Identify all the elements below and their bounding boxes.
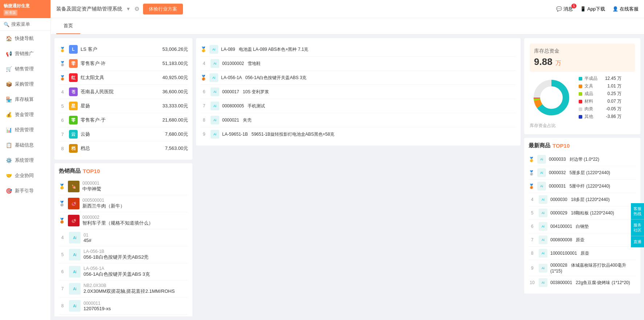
list-item: 8 Ai 0000021 夹壳 bbox=[200, 113, 516, 127]
center-panel: 🥇 Ai LA-089 电池盖 LA-089 ABS本色+黑种 7.1克 4 A… bbox=[196, 38, 521, 316]
sidebar-item-basic[interactable]: 📋 基础信息 bbox=[0, 138, 50, 153]
customer-amount: 53,006.26元 bbox=[162, 46, 188, 53]
basic-label: 基础信息 bbox=[15, 142, 34, 148]
search-menu[interactable]: 🔍 搜索菜单 bbox=[0, 18, 50, 31]
sidebar-item-purchase[interactable]: 📦 采购管理 bbox=[0, 77, 50, 92]
hot-rank-8: 8 bbox=[59, 303, 66, 308]
list-item: 6 Ai 0000017 10S 变利罗浆 bbox=[200, 85, 516, 99]
list-item: 🥇 Ai LA-089 电池盖 LA-089 ABS本色+黑种 7.1克 bbox=[200, 42, 516, 57]
customer-avatar: 档 bbox=[69, 144, 78, 153]
sidebar-item-sales[interactable]: 🛒 销售管理 bbox=[0, 61, 50, 77]
new-products-label: 最新商品 bbox=[529, 142, 550, 149]
online-service-button[interactable]: 👤 在线客服 bbox=[612, 6, 639, 12]
rank-num-8: 8 bbox=[59, 146, 66, 151]
sales-medal-1: 🥇 bbox=[200, 46, 207, 52]
table-row: 🥉 红 红太阳文具 40,925.00元 bbox=[59, 71, 188, 85]
quicknav-label: 快捷导航 bbox=[15, 35, 34, 42]
np-code: 0000033 bbox=[549, 157, 566, 162]
np-medal-2: 🥈 bbox=[529, 170, 534, 176]
list-item: 8 Ai 10000100001 原壶 bbox=[529, 247, 636, 260]
sidebar-item-quicknav[interactable]: 🏠 快捷导航 bbox=[0, 31, 50, 46]
customer-name: 星扬 bbox=[81, 103, 159, 109]
phone-icon: 📱 bbox=[580, 6, 586, 12]
table-row: 7 云 云扬 7,680.00元 bbox=[59, 127, 188, 141]
legend-label: 肉类 bbox=[584, 106, 598, 112]
online-service-label: 在线客服 bbox=[620, 6, 639, 12]
product-code: 0000017 bbox=[222, 89, 239, 94]
purchase-icon: 📦 bbox=[5, 81, 12, 87]
sales-rank-5: 7 bbox=[200, 103, 208, 108]
product-info: LA-056-1A 056-1A白色按键开关盖ABS 3克 bbox=[221, 75, 516, 81]
legend-label: 文具 bbox=[584, 83, 598, 89]
sidebar-item-inventory[interactable]: 🏪 库存核算 bbox=[0, 92, 50, 107]
app-download-button[interactable]: 📱 App下载 bbox=[580, 6, 605, 12]
rank-num-6: 6 bbox=[59, 118, 66, 123]
product-code: LA-59651-1B bbox=[222, 132, 248, 137]
new-products-suffix: TOP10 bbox=[553, 143, 570, 149]
product-name: 新西兰牛肉（新牛） bbox=[82, 203, 125, 209]
list-item: 5 Ai 0000029 18颗粒板 (1220*2440) bbox=[529, 206, 636, 220]
sales-medal-3: 🥉 bbox=[200, 75, 207, 81]
product-icon: Ai bbox=[211, 87, 219, 96]
float-btn-live[interactable]: 直播 bbox=[631, 236, 644, 247]
donut-svg bbox=[530, 76, 573, 119]
np-icon: Ai bbox=[539, 249, 547, 258]
product-icon: Ai bbox=[69, 283, 81, 295]
sidebar-item-marketing[interactable]: 📢 营销推广 bbox=[0, 46, 50, 61]
quicknav-icon: 🏠 bbox=[5, 35, 12, 42]
inventory-amount: 9.88 bbox=[534, 56, 553, 67]
product-info: 0000021 夹壳 bbox=[222, 117, 516, 123]
product-details: 000500001 新西兰牛肉（新牛） bbox=[82, 198, 125, 209]
dropdown-icon[interactable]: ▼ bbox=[126, 6, 131, 12]
inventory-title: 库存总资金 bbox=[534, 48, 631, 54]
operation-icon: 📊 bbox=[5, 127, 12, 133]
finance-icon: 💰 bbox=[5, 111, 12, 118]
float-btn-community[interactable]: 服务社区 bbox=[631, 220, 644, 236]
sidebar-item-finance[interactable]: 💰 资金管理 bbox=[0, 107, 50, 122]
np-icon: Ai bbox=[539, 235, 547, 244]
sidebar-item-guide[interactable]: 🎯 新手引导 bbox=[0, 183, 50, 198]
product-details: NB2.0X30B 2.0X30MM双搓花轴,搓花直径2.1MM/ROHS bbox=[83, 283, 175, 295]
np-icon: Ai bbox=[539, 278, 547, 287]
legend-dot bbox=[579, 92, 582, 96]
product-info: LA-089 电池盖 LA-089 ABS本色+黑种 7.1克 bbox=[221, 46, 516, 53]
np-name: 18颗粒板 (1220*2440) bbox=[571, 210, 614, 216]
sidebar-item-operation[interactable]: 📊 经营管理 bbox=[0, 122, 50, 138]
settings-icon[interactable]: ⚙ bbox=[134, 5, 139, 12]
list-item: 9 Ai KK-SD22110H 花语萌恒温分婴罐袋（厚款） bbox=[59, 315, 188, 316]
inventory-footer: 库存资金占比 bbox=[530, 123, 635, 129]
product-name: 手机测试 bbox=[248, 103, 265, 108]
list-item: 6 Ai 004100001 白钢垫 bbox=[529, 220, 636, 233]
np-code: 004100001 bbox=[550, 224, 572, 229]
legend-item-semifinished: 半成品 12.45 万 bbox=[579, 75, 621, 82]
product-code: LA-056-1B bbox=[83, 249, 148, 254]
product-info: LA-59651-1B 59651-1B旋转投影灯电池盒ABS黑色+58克 bbox=[222, 131, 516, 138]
customer-avatar: 零 bbox=[69, 116, 78, 124]
product-name: 45# bbox=[83, 238, 91, 243]
customer-amount: 40,925.00元 bbox=[162, 74, 188, 81]
product-name: 夹壳 bbox=[243, 118, 252, 123]
legend-item-stationery: 文具 1.01 万 bbox=[579, 83, 621, 89]
list-item: 🥈 Ai 0000032 5厘多层 (1220*2440) bbox=[529, 166, 636, 180]
np-name: 5厘多层 (1220*2440) bbox=[570, 170, 610, 175]
product-icon: Ai bbox=[209, 73, 218, 82]
inventory-icon: 🏪 bbox=[5, 96, 12, 103]
customer-amount: 21,680.00元 bbox=[162, 117, 188, 123]
legend-dot bbox=[579, 100, 582, 103]
company-icon: 🤝 bbox=[5, 172, 12, 179]
product-icon: Ai bbox=[211, 59, 219, 68]
np-code: 003800001 bbox=[550, 280, 572, 285]
guide-label: 新手引导 bbox=[15, 188, 34, 194]
sidebar-item-system[interactable]: ⚙️ 系统管理 bbox=[0, 153, 50, 168]
np-info: 003800001 22g鱼豆腐·烧烤味 (1*12*20) bbox=[550, 280, 636, 286]
product-name: 中华神鹫 bbox=[82, 186, 101, 192]
list-item: 🥈 🥩 000500001 新西兰牛肉（新牛） bbox=[59, 195, 188, 212]
np-rank-5: 5 bbox=[529, 210, 536, 216]
notifications-button[interactable]: 💬 消息 6 bbox=[556, 6, 573, 12]
list-item: 7 Ai 000800005 手机测试 bbox=[200, 99, 516, 113]
float-btn-service[interactable]: 客服热线 bbox=[631, 203, 644, 220]
tab-home[interactable]: 首页 bbox=[56, 18, 80, 34]
customer-name: 零售客户·许 bbox=[81, 60, 159, 67]
sidebar-item-company[interactable]: 🤝 企业协同 bbox=[0, 168, 50, 183]
trial-button[interactable]: 体验行业方案 bbox=[143, 4, 183, 15]
